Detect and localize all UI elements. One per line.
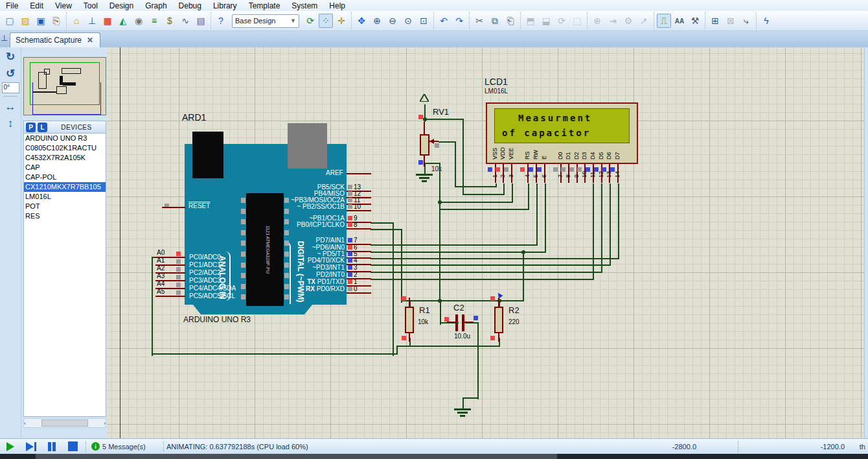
3d-viewer-icon[interactable]: ◭: [116, 14, 130, 28]
aref-pin-label: AREF: [326, 169, 343, 176]
canvas-vscrollbar[interactable]: [864, 47, 868, 438]
electrical-rule-check-icon[interactable]: ϟ: [759, 14, 773, 28]
wire-segment: [439, 141, 456, 143]
overview-thumbnail[interactable]: [23, 57, 106, 115]
menu-item[interactable]: Help: [323, 1, 351, 11]
zoom-in-icon[interactable]: ⊕: [370, 14, 384, 28]
message-count[interactable]: 5 Message(s): [102, 443, 161, 451]
pcb-layout-icon[interactable]: ▦: [100, 14, 115, 28]
chip-pin: [241, 284, 246, 289]
menu-item[interactable]: Library: [207, 1, 243, 11]
lcd-ref: LCD1: [485, 76, 508, 87]
origin-icon[interactable]: ✛: [334, 14, 348, 28]
design-explorer-icon[interactable]: ≡: [147, 14, 161, 28]
c2-ref: C2: [453, 303, 464, 312]
zoom-all-icon[interactable]: ⊙: [401, 14, 415, 28]
devices-hscrollbar[interactable]: ‹ ›: [23, 418, 106, 428]
menu-item[interactable]: Edit: [24, 1, 49, 11]
r1-resistor[interactable]: [405, 307, 414, 333]
device-list-item[interactable]: CAP: [24, 163, 106, 172]
device-list-item[interactable]: C0805C102K1RACTU: [24, 143, 106, 153]
save-icon[interactable]: ▣: [34, 14, 48, 28]
stop-button[interactable]: [65, 441, 80, 453]
menu-item[interactable]: Template: [243, 1, 286, 11]
zoom-area-icon[interactable]: ⊡: [417, 14, 431, 28]
step-button[interactable]: [23, 441, 39, 453]
property-assignment-icon[interactable]: ⚒: [688, 14, 702, 28]
scroll-left-icon[interactable]: ‹: [24, 420, 26, 427]
menu-item[interactable]: Debug: [173, 1, 207, 11]
scrollbar-thumb[interactable]: [41, 419, 88, 427]
open-folder-icon[interactable]: ▨: [18, 14, 32, 28]
cut-icon[interactable]: ✂: [472, 14, 486, 28]
grid-toggle-icon[interactable]: ⁘: [319, 14, 333, 28]
tab-close-icon[interactable]: ✕: [87, 36, 93, 45]
device-list-item[interactable]: C4532X7R2A105K: [24, 153, 106, 163]
device-list-item[interactable]: POT: [24, 202, 106, 211]
bom-icon[interactable]: $: [163, 14, 177, 28]
help-icon[interactable]: ?: [214, 14, 228, 28]
home-icon[interactable]: ⌂: [69, 14, 84, 28]
menu-item[interactable]: Tool: [78, 1, 104, 11]
flip-horizontal-icon[interactable]: ↔: [2, 99, 19, 115]
rotate-cw-icon[interactable]: ↻: [2, 49, 19, 64]
wire-autorouter-icon[interactable]: ⎍: [657, 14, 671, 28]
wire-segment: [371, 272, 602, 273]
flip-vertical-icon[interactable]: ↕: [2, 116, 19, 132]
zoom-out-icon[interactable]: ⊖: [385, 14, 400, 28]
r1-ref: R1: [419, 305, 430, 315]
lcd-pin-label: VSS: [492, 140, 498, 159]
menu-item[interactable]: System: [286, 1, 323, 11]
r2-resistor[interactable]: [494, 307, 503, 333]
new-sheet-icon[interactable]: ⊞: [708, 14, 722, 28]
menu-item[interactable]: Graph: [139, 1, 172, 11]
pin-label: PC1/ADC1: [189, 261, 267, 269]
menu-item[interactable]: Design: [104, 1, 139, 11]
goto-sheet-icon[interactable]: ⤷: [739, 14, 753, 28]
schematic-canvas[interactable]: ARD1 1121 ATMEGA328P-PU ANALOG IN DIGITA…: [107, 47, 864, 438]
device-list-item[interactable]: ARDUINO UNO R3: [24, 134, 106, 143]
arduino-usb-connector: [288, 123, 327, 169]
redo-icon[interactable]: ↷: [452, 14, 466, 28]
pick-devices-button[interactable]: P: [26, 123, 36, 132]
chip-pin: [284, 230, 289, 235]
pin-label: PC4/ADC4/SDA: [189, 285, 267, 292]
device-list-item[interactable]: RES: [24, 211, 106, 221]
device-list-item[interactable]: CX1210MKX7R7BB105: [24, 182, 106, 192]
rotation-angle-input[interactable]: 0°: [2, 82, 19, 93]
pin-state-square: [348, 185, 352, 189]
menu-item[interactable]: View: [49, 1, 78, 11]
device-list-item[interactable]: LM016L: [24, 192, 106, 202]
paste-icon[interactable]: ⎗: [503, 14, 518, 28]
gerber-icon[interactable]: ◉: [131, 14, 146, 28]
pin-state-square: [348, 204, 352, 209]
undo-icon[interactable]: ↶: [437, 14, 451, 28]
scheme-selector[interactable]: Base Design▼: [232, 14, 299, 28]
scroll-right-icon[interactable]: ›: [104, 420, 106, 427]
import-icon[interactable]: ⎘: [49, 14, 63, 28]
pause-button[interactable]: [44, 441, 60, 453]
play-button[interactable]: [3, 441, 18, 453]
wire-junction: [423, 117, 427, 121]
copy-icon[interactable]: ⧉: [488, 14, 502, 28]
schematic-mode-icon[interactable]: ⊥: [85, 14, 99, 28]
tab-schematic-capture[interactable]: Schematic Capture ✕: [10, 32, 100, 47]
wire-segment: [440, 300, 441, 325]
rotate-ccw-icon[interactable]: ↺: [2, 65, 19, 81]
make-device-icon: ⇥: [606, 14, 620, 28]
library-button[interactable]: L: [38, 123, 47, 132]
pan-icon[interactable]: ✥: [354, 14, 369, 28]
menu-item[interactable]: File: [0, 1, 24, 11]
lcd-pin-label: RS: [524, 140, 531, 159]
electrical-report-icon[interactable]: ∿: [178, 14, 192, 28]
log-icon[interactable]: ▤: [194, 14, 208, 28]
pin-state-square: [348, 258, 352, 263]
refresh-icon[interactable]: ⟳: [303, 14, 317, 28]
device-list-item[interactable]: CAP-POL: [24, 172, 106, 182]
component-mode-icon[interactable]: ⊥: [1, 33, 9, 45]
wire-segment: [371, 252, 546, 253]
new-file-icon[interactable]: ▢: [3, 14, 17, 28]
search-tag-icon[interactable]: AA: [672, 14, 687, 28]
rv1-potentiometer[interactable]: [420, 134, 429, 156]
component-lead: [498, 333, 499, 342]
